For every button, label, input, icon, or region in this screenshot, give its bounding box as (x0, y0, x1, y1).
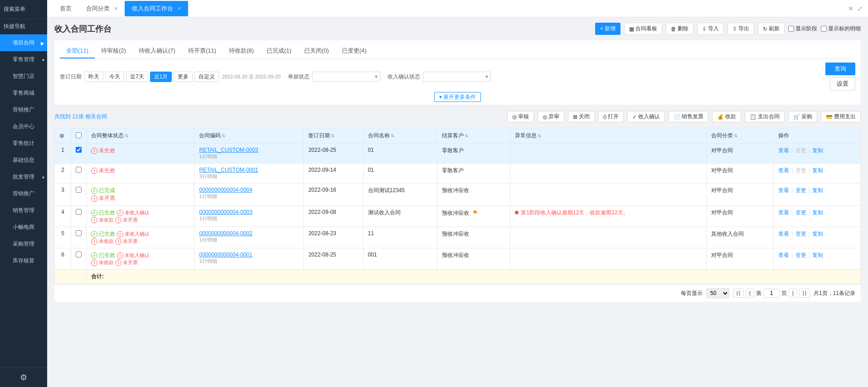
view-op[interactable]: 查看 (778, 147, 789, 154)
view-op[interactable]: 查看 (778, 187, 789, 194)
contract-code-link[interactable]: 0000000000004-0004 (199, 187, 252, 193)
tab-close-contract-cat[interactable]: × (114, 5, 118, 12)
contract-code-link[interactable]: 0000000000004-0001 (199, 252, 252, 258)
edit-op[interactable]: 变更 (795, 209, 806, 216)
date-7days[interactable]: 近7天 (126, 72, 148, 82)
sidebar-item-marketing2[interactable]: 营销推广 (0, 185, 47, 202)
income-confirm-select[interactable] (423, 72, 491, 82)
contract-code-link[interactable]: RETAIL_CUSTOM-0001 (199, 167, 258, 173)
row-checkbox-input[interactable] (76, 230, 82, 236)
filter-tab-closed[interactable]: 已关闭(0) (298, 44, 335, 58)
tab-close-income-workbench[interactable]: × (178, 5, 181, 12)
sort-category-icon[interactable]: ⇅ (734, 133, 737, 138)
filter-tab-pending-collect[interactable]: 待收款(8) (223, 44, 260, 58)
prev-page-button[interactable]: ⟨ (746, 289, 754, 298)
doc-status-select[interactable] (312, 72, 380, 82)
date-1month[interactable]: 近1月 (150, 72, 172, 82)
sort-date-icon[interactable]: ⇅ (331, 133, 335, 138)
maximize-icon[interactable]: ⤢ (857, 5, 863, 12)
purchase-button[interactable]: 🛒 采购 (788, 111, 817, 122)
sales-invoice-button[interactable]: 📄 销售发票 (669, 111, 708, 122)
income-confirm-button[interactable]: ✓ 收入确认 (627, 111, 665, 122)
row-checkbox-input[interactable] (76, 147, 82, 153)
copy-op[interactable]: 复制 (812, 187, 823, 194)
filter-tab-all[interactable]: 全部(11) (60, 44, 95, 58)
copy-op[interactable]: 复制 (812, 231, 823, 237)
sidebar-item-basic[interactable]: 基础信息 (0, 152, 47, 169)
filter-tab-pending-invoice[interactable]: 待开票(11) (182, 44, 223, 58)
import-button[interactable]: ⇩ 导入 (697, 23, 724, 35)
filter-tab-changed[interactable]: 已变更(4) (335, 44, 373, 58)
last-page-button[interactable]: ⟩⟩ (799, 289, 810, 298)
filter-tab-done[interactable]: 已完成(1) (260, 44, 298, 58)
sidebar-item-xiaochang[interactable]: 小畅电商 (0, 219, 47, 236)
sidebar-search[interactable]: 搜索菜单 (0, 0, 47, 19)
tab-home[interactable]: 首页 (53, 1, 79, 16)
filter-tab-pending-review[interactable]: 待审核(2) (95, 44, 132, 58)
col-settings[interactable]: ⚙ (55, 128, 71, 144)
setting-button[interactable]: 设置 (830, 77, 855, 91)
show-stages-checkbox[interactable]: 显示阶段 (788, 25, 817, 33)
sidebar-item-retail-mall[interactable]: 零售商城 (0, 85, 47, 102)
copy-op[interactable]: 复制 (812, 252, 823, 258)
collect-button[interactable]: 💰 收款 (712, 111, 741, 122)
edit-op[interactable]: 变更 (795, 252, 806, 258)
row-checkbox-input[interactable] (76, 187, 82, 193)
sidebar-item-project[interactable]: 项目合同 ▶ (0, 34, 47, 51)
contract-board-button[interactable]: ▦ 合同看板 (624, 23, 662, 35)
sidebar-item-sales[interactable]: 销售管理 (0, 202, 47, 219)
expand-conditions-button[interactable]: ▾ 展开更多条件 (434, 92, 481, 102)
sidebar-item-marketing[interactable]: 营销推广 (0, 102, 47, 118)
abandon-button[interactable]: ◎ 弃审 (538, 111, 564, 122)
sidebar-settings[interactable]: ⚙ (0, 368, 47, 387)
date-today[interactable]: 今天 (105, 72, 124, 82)
filter-tab-pending-income[interactable]: 待收入确认(7) (132, 44, 182, 58)
tab-contract-cat[interactable]: 合同分类 × (79, 1, 125, 16)
expense-out-button[interactable]: 📋 支出合同 (745, 111, 785, 122)
delete-button[interactable]: 🗑 删除 (666, 23, 693, 35)
next-page-button[interactable]: ⟩ (789, 289, 797, 298)
date-yesterday[interactable]: 昨天 (84, 72, 103, 82)
row-checkbox-input[interactable] (76, 167, 82, 173)
copy-op[interactable]: 复制 (812, 167, 823, 174)
sort-name-icon[interactable]: ⇅ (391, 133, 394, 138)
sidebar-item-retail[interactable]: 零售管理 ▾ (0, 51, 47, 68)
sidebar-item-member[interactable]: 会员中心 (0, 118, 47, 135)
date-custom[interactable]: 自定义 (194, 72, 219, 82)
edit-op[interactable]: 变更 (795, 231, 806, 237)
sort-customer-icon[interactable]: ⇅ (465, 133, 468, 138)
select-all-checkbox[interactable] (76, 132, 82, 138)
close-window-icon[interactable]: ✕ (848, 5, 853, 12)
view-op[interactable]: 查看 (778, 209, 789, 216)
sidebar-item-retail-stat[interactable]: 零售统计 (0, 135, 47, 152)
row-checkbox-input[interactable] (76, 252, 82, 257)
edit-op[interactable]: 变更 (795, 187, 806, 194)
view-op[interactable]: 查看 (778, 167, 789, 174)
view-op[interactable]: 查看 (778, 231, 789, 237)
export-button[interactable]: ⇧ 导出 (727, 23, 754, 35)
row-checkbox-input[interactable] (76, 209, 82, 215)
print-button[interactable]: ⎙ 打开 (598, 111, 624, 122)
fee-out-button[interactable]: 💳 费用支出 (821, 111, 861, 122)
date-more[interactable]: 更多 (174, 72, 193, 82)
sidebar-item-inventory[interactable]: 库存核算 (0, 252, 47, 269)
sidebar-item-wholesale[interactable]: 批发管理 ▾ (0, 169, 47, 185)
show-marked-checkbox[interactable]: 显示标的明细 (821, 25, 861, 33)
tab-income-workbench[interactable]: 收入合同工作台 × (125, 1, 188, 16)
page-size-select[interactable]: 50 20 100 (706, 288, 729, 298)
sort-status-icon[interactable]: ⇅ (125, 133, 128, 138)
copy-op[interactable]: 复制 (812, 147, 823, 154)
sidebar-item-purchase[interactable]: 采购管理 (0, 236, 47, 252)
sort-exception-icon[interactable]: ⇅ (538, 133, 541, 138)
page-number-input[interactable] (763, 289, 780, 298)
sidebar-nav[interactable]: 快捷导航 (0, 19, 47, 34)
close-button[interactable]: ⊠ 关闭 (568, 111, 595, 122)
contract-code-link[interactable]: 0000000000004-0002 (199, 230, 252, 237)
sidebar-item-smart-store[interactable]: 智慧门店 (0, 68, 47, 85)
sort-code-icon[interactable]: ⇅ (222, 133, 225, 138)
new-button[interactable]: + 新增 (595, 23, 621, 35)
review-button[interactable]: ◎ 审核 (507, 111, 534, 122)
copy-op[interactable]: 复制 (812, 209, 823, 216)
view-op[interactable]: 查看 (778, 252, 789, 258)
query-button[interactable]: 查询 (825, 63, 855, 75)
